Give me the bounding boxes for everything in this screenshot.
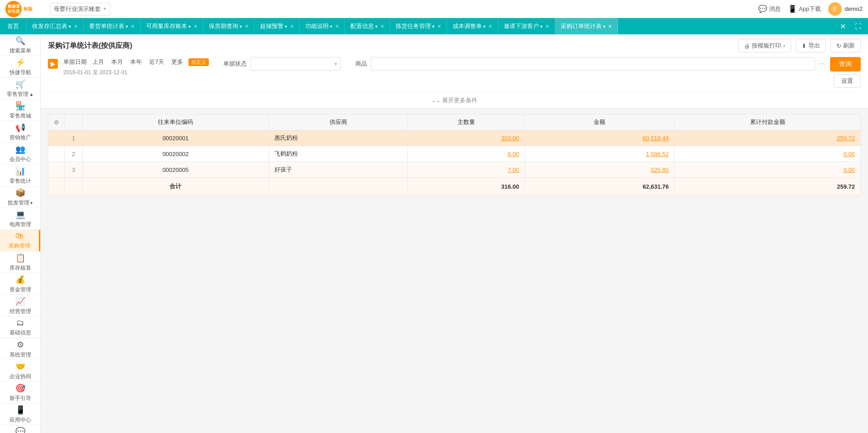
row-paid-amount-cell[interactable]: 0.00 [675, 162, 861, 178]
amount-link[interactable]: 60,519.44 [642, 135, 669, 142]
refresh-btn[interactable]: ↻ 刷新 [830, 39, 861, 52]
sidebar-item-inventory-check[interactable]: 📋 库存核算 [0, 252, 40, 273]
table-row[interactable]: 1 00020001 惠氏奶粉 303.00 60,519.44 [48, 130, 861, 146]
nav-tab-avail-stock[interactable]: 可用量库存账本 ▾ ✕ [141, 18, 203, 34]
qty-link[interactable]: 303.00 [501, 135, 519, 142]
sidebar-item-search[interactable]: 🔍 搜索菜单 [0, 34, 40, 56]
fund-mgmt-icon: 💰 [15, 275, 25, 285]
message-btn[interactable]: 💬 消息 [758, 5, 781, 13]
nav-tab-home[interactable]: 首页 [0, 18, 27, 34]
row-main-qty-cell[interactable]: 6.00 [408, 146, 525, 162]
tab-close-icon[interactable]: ✕ [193, 24, 198, 29]
sidebar-item-ecommerce-mgmt[interactable]: 💻 电商管理 [0, 208, 40, 230]
table-row[interactable]: 3 00020005 好孩子 7.00 525.80 [48, 162, 861, 178]
amount-link[interactable]: 525.80 [651, 167, 669, 173]
paid-link[interactable]: 259.72 [837, 135, 855, 142]
row-amount-cell[interactable]: 1,586.52 [525, 146, 675, 162]
row-paid-amount-cell[interactable]: 0.00 [675, 146, 861, 162]
sidebar-item-marketing[interactable]: 📢 营销推广 [0, 121, 40, 143]
tab-close-icon[interactable]: ✕ [290, 24, 294, 29]
tab-minimize-btn[interactable]: ✕ [836, 20, 849, 33]
sidebar-item-retail-stats[interactable]: 📊 零售统计 [0, 165, 40, 186]
nav-tab-cost-adjust[interactable]: 成本调整单 ▾ ✕ [447, 18, 498, 34]
row-main-qty-cell[interactable]: 303.00 [408, 130, 525, 146]
sidebar-item-enterprise-collab[interactable]: 🤝 企业协同 [0, 360, 40, 382]
ops-mgmt-icon: 📈 [15, 296, 25, 306]
footer-index-cell [65, 178, 83, 195]
sidebar-item-ops-mgmt[interactable]: 📈 经营管理 [0, 295, 40, 317]
enterprise-collab-icon: 🤝 [15, 362, 25, 371]
sidebar-item-wholesale-mgmt[interactable]: 📦 批发管理▾ [0, 186, 40, 208]
workspace-dropdown-icon: ▾ [104, 6, 106, 12]
date-shortcut-more[interactable]: 更多 [170, 57, 185, 67]
sidebar-item-app-center[interactable]: 📱 应用中心 [0, 404, 40, 425]
sidebar-item-retail-mall[interactable]: 🏪 零售商城 [0, 100, 40, 121]
tab-close-icon[interactable]: ✕ [437, 24, 441, 29]
footer-label-cell: 合计 [83, 178, 269, 195]
settings-icon[interactable]: ⚙ [54, 119, 59, 126]
tab-close-icon[interactable]: ✕ [131, 24, 135, 29]
custom-badge[interactable]: 自定义 [189, 58, 209, 66]
col-unit-code: 往来单位编码 [83, 114, 269, 130]
status-select[interactable] [250, 57, 341, 71]
avatar-area[interactable]: E demo2 [828, 2, 863, 16]
tab-close-icon[interactable]: ✕ [74, 24, 78, 29]
query-btn[interactable]: 查询 [830, 57, 861, 71]
nav-tab-func-desc[interactable]: 功能说明 ▾ ✕ [300, 18, 345, 34]
row-amount-cell[interactable]: 60,519.44 [525, 130, 675, 146]
sidebar-item-sys-mgmt[interactable]: ⚙ 系统管理 [0, 338, 40, 360]
table-row[interactable]: 2 00020002 飞鹤奶粉 6.00 1,586.52 [48, 146, 861, 162]
nav-tab-config-info[interactable]: 配置信息 ▾ ✕ [345, 18, 390, 34]
filter-toggle-btn[interactable]: ▶ [48, 59, 58, 69]
goods-more-icon[interactable]: ··· [819, 60, 825, 68]
date-shortcut-this-month[interactable]: 本月 [109, 57, 125, 67]
settings-btn[interactable]: 设置 [834, 74, 861, 88]
nav-tab-expiry-check[interactable]: 保质期查询 ▾ ✕ [203, 18, 255, 34]
nav-tab-purchase-stats[interactable]: 采购订单统计表 ▾ ✕ [555, 18, 618, 34]
tab-maximize-btn[interactable]: ⛶ [852, 20, 864, 33]
app-download-btn[interactable]: 📱 App下载 [788, 5, 821, 13]
main-content: 采购订单统计表(按供应商) 🖨 按模板打印 ▾ ⬇ 导出 ↻ 刷新 [41, 34, 868, 433]
sidebar-item-label: 营销推广 [9, 134, 31, 142]
sidebar-item-enterprise-wechat[interactable]: 💬 企业微信 [0, 425, 40, 433]
sidebar-item-purchase-mgmt[interactable]: 🛍 采购管理 [0, 230, 40, 252]
row-paid-amount-cell[interactable]: 259.72 [675, 130, 861, 146]
tab-close-icon[interactable]: ✕ [545, 24, 549, 29]
col-supplier: 供应商 [269, 114, 408, 130]
tab-close-icon[interactable]: ✕ [245, 24, 249, 29]
tab-arrow-icon: ▾ [126, 24, 128, 29]
sidebar-item-member-center[interactable]: 👥 会员中心 [0, 143, 40, 165]
sidebar-item-retail-mgmt[interactable]: 🛒 零售管理▲ [0, 78, 40, 100]
nav-tab-invite-downstream[interactable]: 邀请下游客户 ▾ ✕ [498, 18, 555, 34]
sidebar-item-quick-nav[interactable]: ⚡ 快捷导航 [0, 56, 40, 78]
sidebar-item-new-guide[interactable]: 🎯 新手引导 [0, 382, 40, 404]
tab-close-icon[interactable]: ✕ [380, 24, 384, 29]
template-print-btn[interactable]: 🖨 按模板打印 ▾ [738, 39, 791, 52]
date-shortcut-last-month[interactable]: 上月 [90, 57, 106, 67]
nav-tab-overstock-warn[interactable]: 超储预警 ▾ ✕ [255, 18, 300, 34]
date-shortcut-7days[interactable]: 近7天 [147, 57, 166, 67]
qty-link[interactable]: 6.00 [508, 151, 519, 157]
export-btn[interactable]: ⬇ 导出 [796, 39, 826, 52]
workspace-selector[interactable]: 母婴行业演示账套 ▾ [50, 3, 110, 15]
message-icon: 💬 [758, 5, 767, 13]
member-center-icon: 👥 [15, 144, 25, 154]
expand-more-btn[interactable]: ⌄⌄ 展开更多条件 [426, 95, 483, 105]
nav-tab-order-stats[interactable]: 要货单统计表 ▾ ✕ [84, 18, 141, 34]
tab-close-icon[interactable]: ✕ [608, 24, 612, 29]
row-main-qty-cell[interactable]: 7.00 [408, 162, 525, 178]
paid-link[interactable]: 0.00 [844, 167, 855, 173]
sidebar-item-basic-info[interactable]: 🗂 基础信息 [0, 317, 40, 338]
amount-link[interactable]: 1,586.52 [646, 151, 669, 157]
sidebar-item-fund-mgmt[interactable]: 💰 资金管理 [0, 273, 40, 295]
tab-close-icon[interactable]: ✕ [335, 24, 339, 29]
row-amount-cell[interactable]: 525.80 [525, 162, 675, 178]
nav-tab-pick-task[interactable]: 拣货任务管理 ▾ ✕ [390, 18, 447, 34]
goods-input[interactable] [371, 57, 815, 71]
paid-link[interactable]: 0.00 [844, 151, 855, 157]
date-shortcut-this-year[interactable]: 本年 [128, 57, 144, 67]
qty-link[interactable]: 7.00 [508, 167, 519, 173]
workspace-name: 母婴行业演示账套 [54, 5, 101, 13]
tab-close-icon[interactable]: ✕ [488, 24, 492, 29]
nav-tab-receive-pay[interactable]: 收发存汇总表 ▾ ✕ [27, 18, 84, 34]
